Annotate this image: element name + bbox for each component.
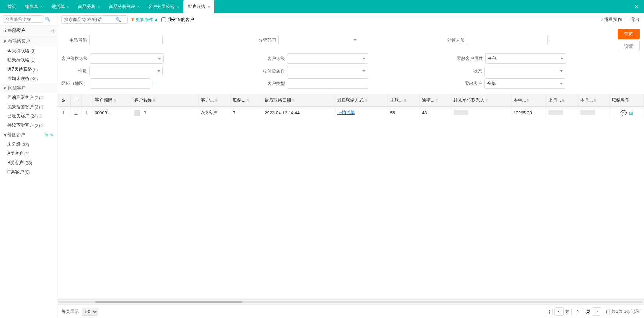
customer-grade-select[interactable] [287,53,368,64]
export-button[interactable]: ↑ 导出 [628,17,640,23]
prev-page-button[interactable]: ＜ [554,307,564,316]
staff-more-icon[interactable]: ··· [549,38,553,43]
horizontal-scrollbar[interactable] [57,299,644,305]
price-grade-select[interactable] [90,53,164,64]
nav-tab-analysis-list[interactable]: 商品分析列表 × [104,0,144,13]
nav-tab-sales[interactable]: 销售单 × [21,0,47,13]
filter-more-button[interactable]: ▼ 更多条件 ▲ [130,17,158,23]
region-input[interactable] [90,78,150,89]
td-code: 000031 [92,107,132,119]
sidebar-item-repurchase-anomaly[interactable]: 回购异常客户 (2) ⓘ [0,93,57,102]
th-no-contact[interactable]: 未联...⇅ [388,94,419,107]
nature-select[interactable] [89,66,163,76]
sidebar-item-class-c[interactable]: C类客户 (6) [0,167,57,177]
tab-analysis-list-label: 商品分析列表 [109,4,135,10]
th-overdue[interactable]: 逾期...⇅ [420,94,451,107]
nav-tab-customer-tier[interactable]: 客户分层经营 × [144,0,183,13]
page-size-select[interactable]: 50 [82,308,98,316]
payment-select[interactable] [287,66,368,76]
close-purchase-icon[interactable]: × [67,5,69,9]
page-number-input[interactable] [571,308,584,315]
unit-contact-placeholder [454,110,468,115]
filter-search-icon[interactable]: 🔍 [115,17,121,22]
nav-tab-purchase[interactable]: 进货单 × [47,0,74,13]
th-this-month[interactable]: 本月...⇅ [578,94,609,107]
close-analysis-list-icon[interactable]: × [137,5,140,9]
problem-arrow-icon: ▼ [3,86,7,90]
settings-button[interactable]: 设置 [618,41,640,51]
th-last-contact-method[interactable]: 最后联络方式⇅ [335,94,388,107]
chat-action-icon[interactable]: 💬 [620,110,627,116]
th-contact-count[interactable]: 联络...⇅ [230,94,262,107]
th-name[interactable]: 客户名称⇅ [132,94,199,107]
td-last-method[interactable]: 下销货单 [335,107,388,119]
sidebar-item-class-b[interactable]: B类客户 (33) [0,158,57,167]
pending-arrow-icon: ▼ [3,39,7,43]
close-sales-icon[interactable]: × [40,5,43,9]
region-dots-icon[interactable]: ··· [152,81,156,86]
th-type[interactable]: 客户...⇅ [199,94,230,107]
col-type-sort-icon: ⇅ [214,98,217,102]
nav-tab-analysis[interactable]: 商品分析 × [74,0,104,13]
last-method-link[interactable]: 下销货单 [337,110,355,115]
sidebar-item-declining[interactable]: 持续下滑客户 (2) ⓘ [0,121,57,130]
dept-select[interactable] [278,35,359,45]
sidebar-search-input[interactable] [3,15,43,23]
select-all-checkbox[interactable] [74,98,78,102]
name-text: ？ [143,110,147,115]
filter-search-input[interactable] [64,17,115,22]
close-customer-contact-icon[interactable]: × [208,5,210,9]
sidebar-search-icon[interactable]: 🔍 [45,17,50,22]
row-checkbox[interactable] [74,110,78,115]
repurchase-count: (2) [35,95,40,100]
th-last-month[interactable]: 上月...⇅ [546,94,578,107]
phone-input[interactable] [89,35,163,45]
th-settings[interactable]: ⚙ [57,94,70,107]
th-code[interactable]: 客户编码⇅ [92,94,132,107]
sidebar-item-today-contact[interactable]: 今天待联络 (0) [0,46,57,56]
close-customer-tier-icon[interactable]: × [177,5,179,9]
td-type: A类客户 [199,107,230,119]
value-edit-icon[interactable]: ✎ [50,132,54,138]
next-page-button[interactable]: ＞ [592,307,601,316]
region-with-dots: ··· [90,78,156,89]
retail-customer-select[interactable]: 全部 [484,78,565,89]
th-last-contact-date[interactable]: 最后联络日期⇅ [262,94,335,107]
7day-contact-count: (0) [33,67,38,72]
close-analysis-icon[interactable]: × [98,5,100,9]
customer-type-input[interactable] [287,78,368,89]
td-last-month [546,107,578,119]
status-select[interactable] [484,66,565,76]
th-this-year[interactable]: 本年...⇅ [511,94,546,107]
staff-input[interactable] [467,35,548,45]
last-page-button[interactable]: ⟩ [603,308,610,315]
region-field: 区域（地区） ··· [61,78,244,89]
value-refresh-icon[interactable]: ↻ [45,132,49,138]
close-all-button[interactable]: × [632,3,641,10]
sidebar-item-tomorrow-contact[interactable]: 明天待联络 (1) [0,56,57,65]
sidebar-item-churned[interactable]: 已流失客户 (24) ⓘ [0,112,57,121]
td-this-month [578,107,609,119]
link-action-icon[interactable]: ⊞ [629,110,633,116]
nature-label: 性质 [61,68,87,74]
col-last-date-label: 最后联络日期 [265,98,291,103]
retail-attr-select[interactable]: 全部 [485,53,566,64]
sidebar-item-overdue-contact[interactable]: 逾期未联络 (30) [0,74,57,83]
nav-tab-customer-contact[interactable]: 客户联络 × [183,0,214,13]
batch-op-button[interactable]: ✓ 批量操作 [601,17,622,23]
sidebar-collapse-button[interactable]: ◁ [50,28,54,33]
my-customers-filter[interactable]: 我分管的客户 [161,17,194,23]
nav-home[interactable]: 首页 [3,0,21,13]
sidebar-item-class-a[interactable]: A类客户 (1) [0,149,57,158]
first-page-button[interactable]: ⟨ [546,308,553,315]
phone-field: 电话号码 [61,35,236,45]
scroll-thumb[interactable] [95,301,242,303]
sidebar-item-unclassified[interactable]: 未分组 (32) [0,140,57,149]
sidebar-item-churn-warning[interactable]: 流失预警客户 (3) ⓘ [0,102,57,112]
query-button[interactable]: 查询 [618,29,640,39]
th-unit-contact[interactable]: 往来单位联系人⇅ [451,94,511,107]
sidebar-item-7day-contact[interactable]: 近7天待联络 (0) [0,65,57,74]
my-customers-checkbox[interactable] [161,17,166,22]
query-buttons: 查询 设置 [618,29,640,51]
my-customers-label: 我分管的客户 [168,17,194,23]
